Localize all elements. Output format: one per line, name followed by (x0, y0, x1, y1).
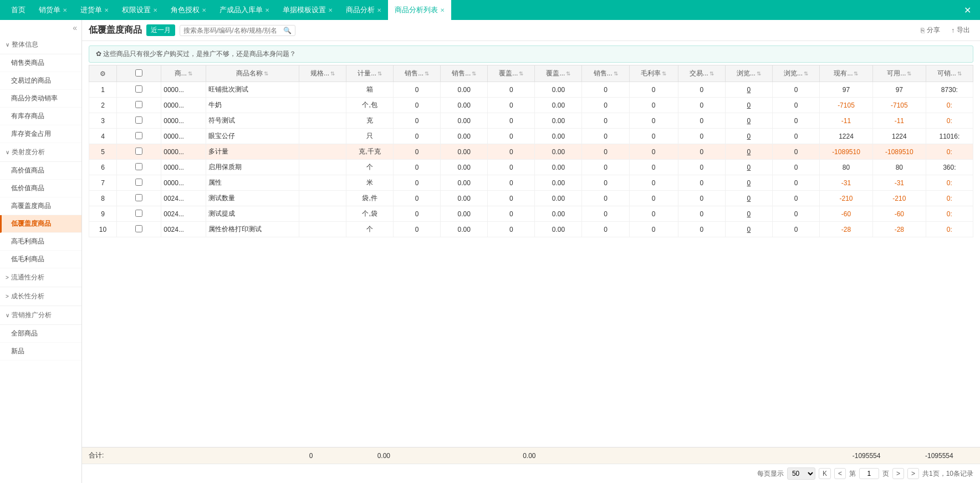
window-close-button[interactable]: ✕ (959, 5, 976, 16)
row-sales2: 0.00 (441, 82, 488, 98)
row-select-checkbox[interactable] (135, 210, 142, 217)
sidebar-item-low-coverage[interactable]: 低覆盖度商品 (0, 215, 81, 233)
sidebar-item-low-profit[interactable]: 低毛利商品 (0, 251, 81, 268)
close-icon[interactable]: ✕ (63, 7, 67, 13)
sidebar-item-low-value[interactable]: 低价值商品 (0, 180, 81, 197)
th-available[interactable]: 可用...⇅ (872, 65, 926, 82)
next-page-button[interactable]: > (892, 468, 904, 479)
row-available: 97 (872, 82, 926, 98)
sidebar-item-high-coverage[interactable]: 高覆盖度商品 (0, 197, 81, 215)
sidebar-item-high-profit[interactable]: 高毛利商品 (0, 233, 81, 251)
select-all-checkbox[interactable] (135, 69, 142, 77)
th-browse1[interactable]: 浏览...⇅ (725, 65, 772, 82)
sidebar-item-capital-usage[interactable]: 库存资金占用 (0, 125, 81, 143)
nav-sales[interactable]: 销货单 ✕ (32, 0, 74, 20)
row-current: -31 (820, 175, 873, 191)
row-select-checkbox[interactable] (135, 163, 142, 170)
sidebar-item-in-stock[interactable]: 有库存商品 (0, 108, 81, 125)
row-browse1[interactable]: 0 (725, 82, 772, 98)
nav-purchase[interactable]: 进货单 ✕ (74, 0, 115, 20)
sidebar-group-coverage[interactable]: ∨ 类射度分析 (0, 143, 81, 162)
close-icon[interactable]: ✕ (153, 7, 157, 13)
nav-permissions[interactable]: 权限设置 ✕ (115, 0, 164, 20)
row-browse1[interactable]: 0 (725, 129, 772, 144)
close-icon[interactable]: ✕ (328, 7, 333, 13)
nav-goods-analysis-list[interactable]: 商品分析列表 ✕ (388, 0, 451, 20)
row-browse1[interactable]: 0 (725, 144, 772, 160)
prev-page-button[interactable]: < (834, 468, 846, 479)
share-button[interactable]: ⎘ 分享 (917, 24, 943, 36)
th-profit-rate[interactable]: 毛利率⇅ (629, 65, 678, 82)
page-size-select[interactable]: 50 100 (787, 467, 815, 480)
row-sales1: 0 (394, 129, 441, 144)
row-select-checkbox[interactable] (135, 101, 142, 108)
row-browse1[interactable]: 0 (725, 160, 772, 175)
close-icon[interactable]: ✕ (104, 7, 109, 13)
row-select-checkbox[interactable] (135, 116, 142, 124)
row-browse1[interactable]: 0 (725, 191, 772, 206)
page-number-input[interactable] (859, 468, 879, 479)
nav-finished-goods[interactable]: 产成品入库单 ✕ (213, 0, 276, 20)
th-sales3[interactable]: 销售...⇅ (582, 65, 629, 82)
th-spec[interactable]: 规格...⇅ (299, 65, 346, 82)
th-unit[interactable]: 计量...⇅ (346, 65, 394, 82)
row-cover1: 0 (488, 113, 535, 129)
row-browse1[interactable]: 0 (725, 98, 772, 113)
row-saleable: 0: (926, 113, 973, 129)
sidebar-toggle-button[interactable]: « (0, 20, 81, 35)
row-cover2: 0.00 (535, 82, 582, 98)
row-select-checkbox[interactable] (135, 85, 142, 93)
nav-template-settings[interactable]: 单据模板设置 ✕ (276, 0, 339, 20)
th-saleable[interactable]: 可销...⇅ (926, 65, 973, 82)
sidebar-item-all-goods[interactable]: 全部商品 (0, 325, 81, 343)
th-sales1[interactable]: 销售...⇅ (394, 65, 441, 82)
th-sales2[interactable]: 销售...⇅ (441, 65, 488, 82)
close-icon[interactable]: ✕ (202, 7, 206, 13)
nav-goods-analysis[interactable]: 商品分析 ✕ (339, 0, 388, 20)
close-icon[interactable]: ✕ (440, 7, 445, 13)
export-button[interactable]: ↑ 导出 (948, 24, 973, 36)
row-browse1[interactable]: 0 (725, 206, 772, 222)
search-input[interactable] (183, 27, 283, 34)
first-page-button[interactable]: K (819, 468, 831, 479)
th-browse2[interactable]: 浏览...⇅ (772, 65, 819, 82)
row-browse1[interactable]: 0 (725, 222, 772, 237)
nav-roles[interactable]: 角色授权 ✕ (164, 0, 213, 20)
close-icon[interactable]: ✕ (265, 7, 269, 13)
th-trade[interactable]: 交易...⇅ (678, 65, 725, 82)
row-browse1[interactable]: 0 (725, 175, 772, 191)
sidebar-item-sales-goods[interactable]: 销售类商品 (0, 54, 81, 72)
row-sales3: 0 (582, 160, 629, 175)
row-current: -28 (820, 222, 873, 237)
th-name[interactable]: 商品名称⇅ (206, 65, 299, 82)
row-name: 牛奶 (206, 98, 299, 113)
row-select-checkbox[interactable] (135, 179, 142, 186)
th-current[interactable]: 现有...⇅ (820, 65, 873, 82)
th-settings[interactable]: ⚙ (89, 65, 117, 82)
row-select-checkbox[interactable] (135, 194, 142, 201)
close-icon[interactable]: ✕ (377, 7, 381, 13)
row-name: 符号测试 (206, 113, 299, 129)
row-name: 启用保质期 (206, 160, 299, 175)
footer-sales1-total: 0 (277, 452, 345, 460)
th-cover1[interactable]: 覆盖...⇅ (488, 65, 535, 82)
nav-home[interactable]: 首页 (4, 0, 32, 20)
sidebar-group-marketing[interactable]: ∨ 营销推广分析 (0, 306, 81, 325)
row-browse1[interactable]: 0 (725, 113, 772, 129)
sidebar-item-traded-goods[interactable]: 交易过的商品 (0, 72, 81, 90)
search-icon[interactable]: 🔍 (283, 27, 292, 34)
period-button[interactable]: 近一月 (146, 24, 175, 36)
sidebar-item-new-goods[interactable]: 新品 (0, 343, 81, 360)
sidebar-item-high-value[interactable]: 高价值商品 (0, 162, 81, 180)
row-select-checkbox[interactable] (135, 132, 142, 139)
th-code[interactable]: 商...⇅ (161, 65, 206, 82)
sidebar-group-growth[interactable]: > 成长性分析 (0, 287, 81, 306)
sidebar-item-category-rate[interactable]: 商品分类动销率 (0, 90, 81, 108)
sidebar-group-liquidity[interactable]: > 流通性分析 (0, 268, 81, 287)
row-unit: 只 (346, 129, 394, 144)
th-cover2[interactable]: 覆盖...⇅ (535, 65, 582, 82)
sidebar-group-overall[interactable]: ∨ 整体信息 (0, 35, 81, 54)
row-select-checkbox[interactable] (135, 148, 142, 155)
row-select-checkbox[interactable] (135, 225, 142, 232)
last-page-button[interactable]: > (907, 468, 919, 479)
